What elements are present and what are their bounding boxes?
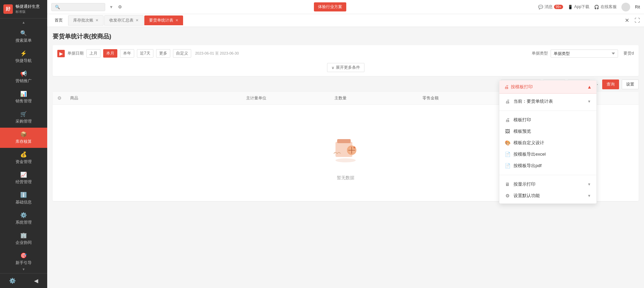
date-btn-more[interactable]: 更多 [156,49,170,58]
sidebar-item-operations[interactable]: 📈 经营管理 [0,168,47,188]
main-area: 🔍 ▼ ⚙ 体验行业方案 💬 消息 99+ 📱 App下载 🎧 在线客服 Rit [47,0,644,288]
basic-icon: ℹ️ [20,192,27,198]
settings-btn[interactable]: 设置 [622,79,639,89]
sidebar-item-label: 销售管理 [16,98,32,104]
sidebar-logo: 好 畅捷通好生意 标准版 [0,0,47,19]
empty-text: 暂无数据 [337,175,354,181]
tab-close-icon[interactable]: ✕ [136,18,139,23]
sidebar-item-system[interactable]: ⚙️ 系统管理 [0,209,47,229]
svg-point-7 [353,147,355,149]
sidebar-item-search-menu[interactable]: 🔍 搜索菜单 [0,27,47,47]
scroll-down-btn[interactable]: ▼ [0,265,47,273]
svg-rect-2 [337,139,351,143]
gear-icon[interactable]: ⚙ [118,4,122,9]
filter-expand-btn[interactable]: ▶ [57,50,65,57]
avatar[interactable] [621,3,630,11]
set-default-icon: ⚙ [505,193,510,198]
sidebar-item-label: 新手引导 [16,260,32,265]
operations-icon: 📈 [20,171,27,178]
sidebar-item-enterprise[interactable]: 🏢 企业协同 [0,229,47,249]
dropdown-item-template-preview[interactable]: 🖼 模板预览 [499,126,596,137]
sidebar-item-label: 系统管理 [16,220,32,225]
divider-2 [499,175,596,175]
content-area: 要货单统计表(按商品) ▶ 单据日期 上月 本月 本年 近7天 更多 自定义 2… [47,27,644,288]
date-btn-custom[interactable]: 自定义 [173,49,191,58]
dropdown-item-template-print[interactable]: 🖨 模板打印 [499,114,596,126]
sales-icon: 📊 [20,91,27,97]
tab-home[interactable]: 首页 [50,15,67,25]
sidebar-item-finance[interactable]: 💰 资金管理 [0,148,47,168]
tab-receivable-summary[interactable]: 收发存汇总表 ✕ [104,15,144,26]
trial-btn[interactable]: 体验行业方案 [314,2,346,11]
app-download-btn[interactable]: 📱 App下载 [568,4,589,10]
sidebar-item-label: 营销推广 [16,78,32,84]
type-select[interactable]: 单据类型 [551,50,618,58]
chevron-down-icon[interactable]: ▼ [109,5,113,9]
home-tab-label: 首页 [55,18,63,23]
sidebar-item-label: 快捷导航 [16,58,32,64]
dropdown-collapse-btn[interactable]: ▲ [587,84,592,90]
print-dropdown-popup: 🖨 按模板打印 ▲ 🖨 当前：要货单统计表 ▼ 🖨 模板打印 [499,80,597,204]
display-print-icon: 🖥 [505,182,510,187]
filter-row-1: ▶ 单据日期 上月 本月 本年 近7天 更多 自定义 2023-06-01 至 … [57,49,634,58]
scroll-up-btn[interactable]: ▲ [0,19,47,27]
dropdown-item-export-pdf[interactable]: 📄 按模板导出pdf [499,160,596,171]
template-custom-icon: 🎨 [505,140,510,146]
query-btn-label: 查询 [607,82,615,87]
svg-point-0 [335,158,356,162]
app-download-label: App下载 [574,4,589,10]
tab-order-summary[interactable]: 要货单统计表 ✕ [144,15,183,25]
dropdown-item-display-print[interactable]: 🖥 按显示打印 ▼ [499,179,596,190]
page-title: 要货单统计表(按商品) [53,32,639,40]
sidebar-item-label: 经营管理 [16,179,32,185]
sidebar-item-marketing[interactable]: 📢 营销推广 [0,67,47,87]
dropdown-section-items: 🖨 模板打印 🖼 模板预览 🎨 模板自定义设计 📄 按模板导出excel 📄 [499,112,596,173]
bottom-settings-icon[interactable]: ⚙️ [8,276,17,285]
sidebar-item-quick-nav[interactable]: ⚡ 快捷导航 [0,47,47,67]
search-menu-icon: 🔍 [20,30,27,36]
dropdown-current-template[interactable]: 🖨 当前：要货单统计表 ▼ [499,96,596,107]
message-label: 消息 [545,4,553,10]
inventory-icon: 📦 [20,131,27,137]
sidebar-item-purchase[interactable]: 🛒 采购管理 [0,107,47,128]
date-btn-7days[interactable]: 近7天 [137,49,153,58]
sidebar-item-inventory[interactable]: 📦 库存核算 [0,128,47,148]
maximize-btn[interactable]: ⛶ [633,17,641,24]
search-icon: 🔍 [55,5,60,9]
purchase-icon: 🛒 [20,111,27,117]
export-pdf-icon: 📄 [505,163,510,168]
marketing-icon: 📢 [20,70,27,77]
date-btn-last-month[interactable]: 上月 [86,49,100,58]
sidebar-item-label: 基础信息 [16,199,32,205]
sidebar-item-label: 采购管理 [16,119,32,124]
printer-icon: 🖨 [504,84,509,90]
query-btn[interactable]: 查询 [602,79,619,89]
dropdown-section-display: 🖥 按显示打印 ▼ ⚙ 设置默认功能 ▼ [499,177,596,203]
col-product-label: 商品 [70,96,78,100]
dropdown-item-export-excel[interactable]: 📄 按模板导出excel [499,149,596,160]
template-custom-label: 模板自定义设计 [514,140,544,146]
tab-close-icon[interactable]: ✕ [175,18,178,23]
sidebar-item-newbie[interactable]: 🎯 新手引导 [0,249,47,265]
dropdown-item-template-custom[interactable]: 🎨 模板自定义设计 [499,137,596,149]
online-service-btn[interactable]: 🎧 在线客服 [594,4,617,10]
tab-close-icon[interactable]: ✕ [95,18,98,23]
col-unit-label: 主计量单位 [246,96,266,100]
message-icon: 💬 [538,5,543,9]
display-print-label: 按显示打印 [514,181,584,187]
finance-icon: 💰 [20,151,27,158]
tab-inventory-batch[interactable]: 库存批次账 ✕ [68,15,104,26]
template-preview-icon: 🖼 [505,129,510,134]
close-all-tabs-btn[interactable]: ✕ [623,17,631,24]
tab-label: 收发存汇总表 [109,18,134,23]
export-excel-label: 按模板导出excel [514,151,546,157]
sidebar-item-basic[interactable]: ℹ️ 基础信息 [0,188,47,209]
column-settings-icon[interactable]: ⚙ [57,95,62,101]
expand-more-btn[interactable]: ∨ 展开更多条件 [327,63,364,72]
date-btn-this-year[interactable]: 本年 [120,49,134,58]
date-btn-this-month[interactable]: 本月 [103,49,117,58]
sidebar-item-sales[interactable]: 📊 销售管理 [0,87,47,107]
message-btn[interactable]: 💬 消息 99+ [538,4,563,10]
bottom-collapse-icon[interactable]: ◀ [33,276,39,285]
dropdown-item-set-default[interactable]: ⚙ 设置默认功能 ▼ [499,190,596,201]
